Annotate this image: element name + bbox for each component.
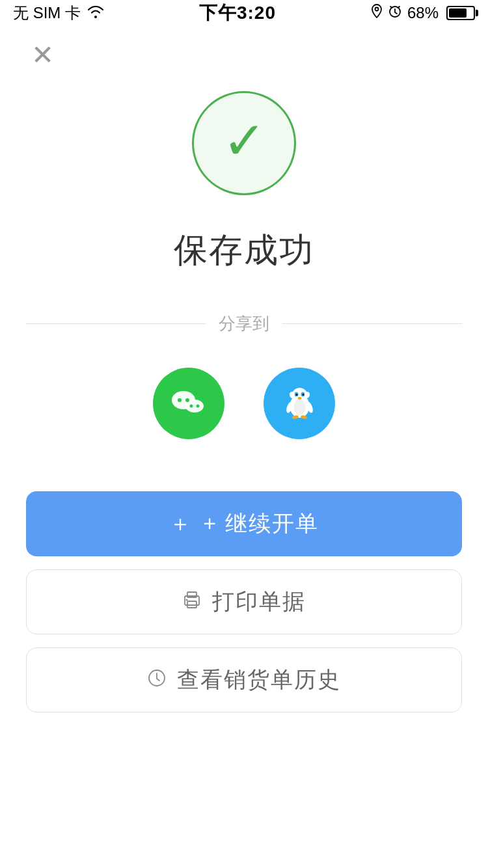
success-circle: ✓ [192,91,296,195]
alarm-icon [388,4,402,22]
qq-icon [278,383,321,425]
status-right: 68% [371,4,475,22]
qq-share-button[interactable] [264,368,335,439]
svg-point-4 [178,398,182,402]
svg-point-25 [186,599,188,601]
status-bar: 无 SIM 卡 下午3:20 68% [0,0,488,26]
status-time: 下午3:20 [199,1,276,25]
svg-point-14 [297,397,301,400]
svg-point-15 [293,400,305,415]
status-left: 无 SIM 卡 [13,3,104,23]
print-button[interactable]: 打印单据 [26,569,462,634]
close-button[interactable]: ✕ [26,39,59,72]
share-label: 分享到 [219,312,269,335]
sim-text: 无 SIM 卡 [13,3,81,23]
close-icon: ✕ [31,42,54,69]
history-button[interactable]: 查看销货单历史 [26,647,462,712]
battery-icon [446,6,475,20]
continue-label: + 继续开单 [203,509,318,539]
svg-point-12 [295,394,297,396]
history-icon [147,668,167,692]
wechat-share-button[interactable] [153,368,224,439]
checkmark-icon: ✓ [223,115,266,167]
divider-right [282,323,462,324]
wifi-icon [87,4,104,22]
divider-left [26,323,206,324]
wechat-icon [168,383,210,425]
share-divider: 分享到 [26,312,462,335]
continue-button[interactable]: ＋ + 继续开单 [26,491,462,556]
svg-point-13 [302,394,304,396]
svg-rect-24 [187,601,197,608]
print-label: 打印单据 [212,587,306,617]
svg-point-0 [375,8,378,11]
success-circle-container: ✓ [192,91,296,195]
svg-point-6 [189,404,193,407]
battery-percent: 68% [407,4,439,22]
location-icon [371,4,383,22]
action-buttons: ＋ + 继续开单 打印单据 查看销货单历 [26,491,462,712]
svg-point-5 [185,398,189,402]
plus-icon: ＋ [169,509,193,539]
print-icon [182,591,202,614]
success-title: 保存成功 [174,228,314,273]
history-label: 查看销货单历史 [177,665,341,695]
share-icons [153,368,335,439]
svg-point-7 [196,404,199,407]
main-content: ✕ ✓ 保存成功 分享到 [0,26,488,868]
